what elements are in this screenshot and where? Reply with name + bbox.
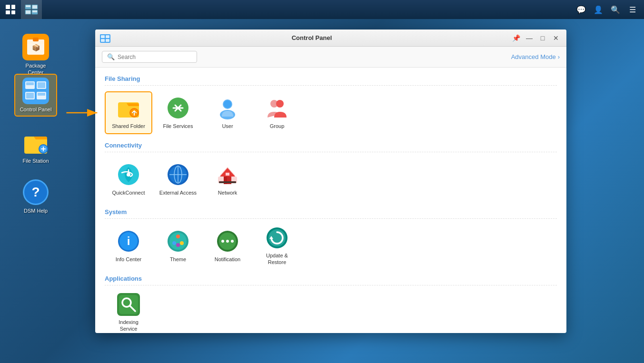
svg-rect-54 bbox=[219, 181, 236, 183]
external-access-label: External Access bbox=[159, 189, 197, 196]
search-box[interactable]: 🔍 bbox=[102, 51, 197, 63]
svg-point-68 bbox=[226, 240, 229, 243]
svg-point-62 bbox=[180, 241, 184, 245]
update-restore-label: Update & Restore bbox=[258, 252, 296, 266]
pin-button[interactable]: 📌 bbox=[510, 33, 522, 43]
window-toolbar: 🔍 Advanced Mode › bbox=[95, 47, 566, 68]
section-title-system: System bbox=[105, 208, 557, 219]
taskbar-control-panel-button[interactable] bbox=[21, 0, 42, 19]
svg-point-61 bbox=[176, 235, 180, 238]
notification-label: Notification bbox=[215, 256, 240, 263]
quickconnect-icon bbox=[116, 163, 141, 186]
group-label: Group bbox=[270, 123, 285, 129]
maximize-button[interactable]: □ bbox=[537, 33, 548, 43]
section-title-file-sharing: File Sharing bbox=[105, 75, 557, 86]
section-title-applications: Applications bbox=[105, 275, 557, 285]
search-icon-button[interactable]: 🔍 bbox=[608, 2, 623, 17]
svg-rect-32 bbox=[106, 35, 109, 38]
svg-rect-4 bbox=[26, 5, 30, 7]
panel-icon-notification[interactable]: Notification bbox=[204, 225, 251, 267]
theme-label: Theme bbox=[170, 256, 186, 263]
advanced-mode-button[interactable]: Advanced Mode › bbox=[511, 53, 560, 60]
panel-icon-update-restore[interactable]: Update & Restore bbox=[253, 225, 301, 267]
svg-rect-33 bbox=[101, 39, 105, 42]
svg-text:i: i bbox=[127, 235, 130, 247]
applications-grid: Indexing Service bbox=[105, 291, 557, 333]
panel-icon-user[interactable]: User bbox=[204, 91, 251, 134]
svg-point-67 bbox=[221, 240, 224, 243]
search-icon: 🔍 bbox=[107, 53, 115, 60]
minimize-button[interactable]: — bbox=[524, 33, 535, 43]
desktop-icon-file-station[interactable]: File Station bbox=[14, 126, 57, 167]
window-content: File Sharing Shared Folder bbox=[95, 68, 566, 333]
package-center-icon: 📦 bbox=[22, 34, 49, 60]
panel-icon-external-access[interactable]: External Access bbox=[154, 158, 202, 201]
panel-icon-indexing-service[interactable]: Indexing Service bbox=[105, 291, 152, 333]
desktop-icon-package-center[interactable]: 📦 Package Center bbox=[14, 31, 57, 79]
close-button[interactable]: ✕ bbox=[550, 33, 562, 43]
control-panel-desktop-icon bbox=[22, 78, 49, 104]
desktop-icon-dsm-help[interactable]: ? DSM Help bbox=[14, 176, 57, 217]
svg-rect-31 bbox=[101, 35, 105, 38]
svg-text:📦: 📦 bbox=[32, 44, 40, 52]
svg-point-64 bbox=[176, 243, 180, 247]
indexing-service-icon bbox=[116, 293, 141, 316]
window-title-icon bbox=[100, 34, 109, 42]
file-station-icon bbox=[22, 129, 49, 156]
control-panel-label: Control Panel bbox=[20, 106, 52, 113]
taskbar-right-area: 💬 👤 🔍 ☰ bbox=[574, 2, 644, 17]
system-grid: i Info Center Theme bbox=[105, 225, 557, 267]
file-services-label: File Services bbox=[163, 123, 193, 129]
group-icon bbox=[265, 96, 289, 120]
panel-icon-file-services[interactable]: File Services bbox=[154, 91, 202, 134]
info-center-label: Info Center bbox=[116, 256, 141, 263]
info-center-icon: i bbox=[116, 229, 141, 253]
svg-point-63 bbox=[172, 241, 176, 245]
panel-icon-shared-folder[interactable]: Shared Folder bbox=[105, 91, 152, 134]
panel-icon-group[interactable]: Group bbox=[253, 91, 301, 134]
svg-rect-34 bbox=[106, 39, 109, 42]
taskbar-grid-button[interactable] bbox=[0, 0, 21, 19]
window-title: Control Panel bbox=[113, 34, 510, 41]
svg-point-43 bbox=[276, 100, 284, 108]
menu-icon-button[interactable]: ☰ bbox=[625, 2, 640, 17]
advanced-mode-label: Advanced Mode bbox=[511, 53, 556, 60]
svg-rect-19 bbox=[38, 82, 45, 88]
svg-rect-6 bbox=[26, 10, 30, 14]
dsm-help-icon: ? bbox=[22, 179, 49, 206]
panel-icon-info-center[interactable]: i Info Center bbox=[105, 225, 152, 267]
control-panel-taskbar-icon bbox=[25, 4, 38, 15]
search-input[interactable] bbox=[118, 54, 192, 60]
panel-icon-quickconnect[interactable]: QuickConnect bbox=[105, 158, 152, 201]
quickconnect-label: QuickConnect bbox=[112, 189, 145, 196]
network-icon bbox=[215, 163, 240, 186]
file-sharing-grid: Shared Folder File Services bbox=[105, 91, 557, 134]
external-access-icon bbox=[166, 163, 190, 186]
indexing-service-label: Indexing Service bbox=[109, 319, 148, 333]
user-label: User bbox=[222, 123, 233, 129]
shared-folder-label: Shared Folder bbox=[112, 123, 145, 129]
svg-rect-55 bbox=[226, 173, 229, 176]
grid-icon bbox=[6, 5, 15, 14]
theme-icon bbox=[166, 229, 190, 253]
panel-icon-network[interactable]: Network bbox=[204, 158, 251, 201]
svg-point-41 bbox=[224, 100, 231, 108]
network-label: Network bbox=[218, 189, 237, 196]
panel-icon-theme[interactable]: Theme bbox=[154, 225, 202, 267]
desktop-icon-control-panel[interactable]: Control Panel bbox=[14, 74, 57, 117]
taskbar: 💬 👤 🔍 ☰ bbox=[0, 0, 644, 19]
svg-rect-11 bbox=[33, 38, 39, 41]
window-controls: 📌 — □ ✕ bbox=[510, 33, 562, 43]
update-restore-icon bbox=[265, 226, 289, 249]
control-panel-window: Control Panel 📌 — □ ✕ 🔍 Advanced Mode › … bbox=[95, 29, 566, 333]
window-titlebar: Control Panel 📌 — □ ✕ bbox=[95, 29, 566, 47]
arrow-indicator bbox=[64, 106, 102, 122]
chat-icon-button[interactable]: 💬 bbox=[574, 2, 589, 17]
svg-rect-7 bbox=[32, 10, 37, 12]
user-icon bbox=[215, 96, 240, 120]
svg-point-69 bbox=[231, 240, 234, 243]
notification-icon bbox=[215, 229, 240, 253]
file-station-label: File Station bbox=[22, 157, 49, 164]
connectivity-grid: QuickConnect External Access bbox=[105, 158, 557, 201]
user-icon-button[interactable]: 👤 bbox=[591, 2, 606, 17]
